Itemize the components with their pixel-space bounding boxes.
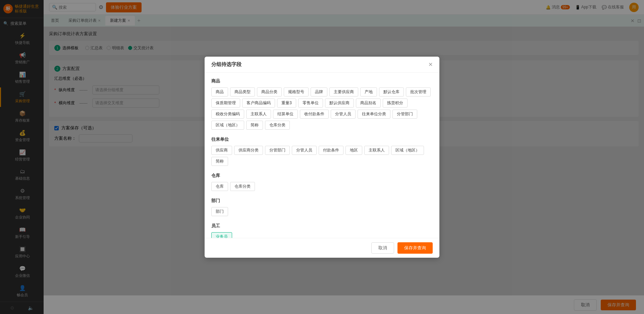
tag-goods-default-wh[interactable]: 默认仓库	[379, 87, 404, 97]
counterparty-tags: 供应商 供应商分类 分管部门 分管人员 付款条件 地区 主联系人 区域（地区） …	[211, 146, 433, 166]
tag-goods-region[interactable]: 区域（地区）	[211, 121, 244, 130]
modal: 分组待选字段 ✕ 商品 商品 商品类型 商品分类 规格型号 品牌 主要供应商 产…	[205, 57, 439, 258]
warehouse-tags: 仓库 仓库分类	[211, 182, 433, 191]
staff-tags: 业务员	[211, 232, 433, 238]
modal-header: 分组待选字段 ✕	[205, 57, 439, 73]
tag-goods-dept[interactable]: 分管部门	[392, 110, 417, 119]
tag-goods-payment-terms[interactable]: 收付款条件	[300, 110, 329, 119]
tag-goods-abbr[interactable]: 简称	[246, 121, 263, 130]
section-staff-title: 员工	[211, 223, 433, 229]
tag-goods-tax-code[interactable]: 税收分类编码	[211, 110, 244, 119]
section-staff: 员工 业务员	[211, 223, 433, 238]
tag-goods-origin[interactable]: 产地	[360, 87, 377, 97]
tag-goods-batch[interactable]: 批次管理	[406, 87, 431, 97]
dept-tags: 部门	[211, 207, 433, 216]
tag-goods-main-supplier[interactable]: 主要供应商	[329, 87, 358, 97]
tag-cp-payment[interactable]: 付款条件	[319, 146, 343, 155]
tag-wh-warehouse[interactable]: 仓库	[211, 182, 228, 191]
goods-tags: 商品 商品类型 商品分类 规格型号 品牌 主要供应商 产地 默认仓库 批次管理 …	[211, 87, 433, 130]
tag-goods-wh-cat[interactable]: 仓库分类	[265, 121, 290, 130]
section-counterparty-title: 往来单位	[211, 136, 433, 142]
modal-footer: 取消 保存并查询	[205, 238, 439, 258]
tag-cp-person[interactable]: 分管人员	[292, 146, 317, 155]
tag-cp-supplier[interactable]: 供应商	[211, 146, 232, 155]
tag-goods-shelf-life[interactable]: 保质期管理	[211, 99, 240, 108]
tag-goods-default-supplier[interactable]: 默认供应商	[325, 99, 354, 108]
tag-goods-retail-unit[interactable]: 零售单位	[298, 99, 323, 108]
tag-goods-weight[interactable]: 重量3	[277, 99, 296, 108]
tag-cp-abbr[interactable]: 简称	[211, 157, 228, 166]
section-warehouse-title: 仓库	[211, 173, 433, 179]
section-goods: 商品 商品 商品类型 商品分类 规格型号 品牌 主要供应商 产地 默认仓库 批次…	[211, 78, 433, 130]
tag-goods-brand[interactable]: 品牌	[311, 87, 327, 97]
tag-goods-party-cat[interactable]: 往来单位分类	[358, 110, 390, 119]
modal-cancel-button[interactable]: 取消	[371, 242, 394, 254]
modal-body: 商品 商品 商品类型 商品分类 规格型号 品牌 主要供应商 产地 默认仓库 批次…	[205, 73, 439, 238]
tag-goods-type[interactable]: 商品类型	[230, 87, 255, 97]
tag-goods-item[interactable]: 商品	[211, 87, 228, 97]
tag-wh-cat[interactable]: 仓库分类	[230, 182, 255, 191]
tag-goods-category[interactable]: 商品分类	[257, 87, 282, 97]
tag-cp-supplier-cat[interactable]: 供应商分类	[234, 146, 263, 155]
tag-goods-contact[interactable]: 主联系人	[246, 110, 271, 119]
section-dept-title: 部门	[211, 198, 433, 204]
tag-staff-salesperson[interactable]: 业务员	[211, 232, 232, 238]
tag-goods-spec[interactable]: 规格型号	[284, 87, 309, 97]
tag-cp-area[interactable]: 区域（地区）	[391, 146, 424, 155]
modal-overlay[interactable]: 分组待选字段 ✕ 商品 商品 商品类型 商品分类 规格型号 品牌 主要供应商 产…	[0, 0, 644, 314]
tag-goods-pick-score[interactable]: 拣货积分	[383, 99, 408, 108]
section-goods-title: 商品	[211, 78, 433, 84]
tag-cp-contact[interactable]: 主联系人	[364, 146, 389, 155]
modal-confirm-button[interactable]: 保存并查询	[397, 242, 433, 254]
tag-goods-alias[interactable]: 商品别名	[356, 99, 381, 108]
tag-cp-region[interactable]: 地区	[345, 146, 362, 155]
tag-dept-dept[interactable]: 部门	[211, 207, 228, 216]
modal-title: 分组待选字段	[211, 61, 241, 68]
modal-close-button[interactable]: ✕	[428, 61, 433, 68]
tag-goods-cust-code[interactable]: 客户商品编码	[242, 99, 275, 108]
tag-goods-supervisor[interactable]: 分管人员	[331, 110, 356, 119]
section-counterparty: 往来单位 供应商 供应商分类 分管部门 分管人员 付款条件 地区 主联系人 区域…	[211, 136, 433, 166]
tag-cp-dept[interactable]: 分管部门	[265, 146, 290, 155]
section-dept: 部门 部门	[211, 198, 433, 216]
tag-goods-settle-unit[interactable]: 结算单位	[273, 110, 298, 119]
section-warehouse: 仓库 仓库 仓库分类	[211, 173, 433, 191]
